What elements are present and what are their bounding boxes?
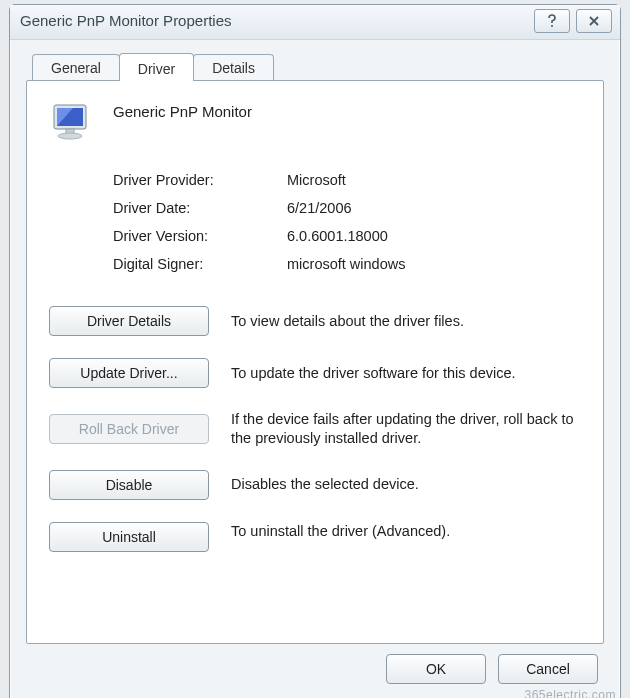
update-driver-button[interactable]: Update Driver... <box>49 358 209 388</box>
disable-desc: Disables the selected device. <box>231 475 581 494</box>
svg-point-5 <box>58 133 82 139</box>
titlebar-buttons <box>534 9 612 33</box>
driver-version-value: 6.0.6001.18000 <box>287 228 581 244</box>
roll-back-driver-button[interactable]: Roll Back Driver <box>49 414 209 444</box>
monitor-icon <box>49 99 95 148</box>
driver-details-button[interactable]: Driver Details <box>49 306 209 336</box>
driver-info-grid: Driver Provider: Microsoft Driver Date: … <box>113 172 581 272</box>
close-button[interactable] <box>576 9 612 33</box>
help-button[interactable] <box>534 9 570 33</box>
driver-date-label: Driver Date: <box>113 200 263 216</box>
driver-provider-label: Driver Provider: <box>113 172 263 188</box>
cancel-button[interactable]: Cancel <box>498 654 598 684</box>
digital-signer-label: Digital Signer: <box>113 256 263 272</box>
tab-driver[interactable]: Driver <box>119 53 194 81</box>
uninstall-button[interactable]: Uninstall <box>49 522 209 552</box>
svg-point-0 <box>551 25 553 27</box>
action-disable: Disable Disables the selected device. <box>49 470 581 500</box>
uninstall-desc: To uninstall the driver (Advanced). <box>231 522 581 541</box>
action-uninstall: Uninstall To uninstall the driver (Advan… <box>49 522 581 552</box>
tab-panel-driver: Generic PnP Monitor Driver Provider: Mic… <box>26 80 604 644</box>
disable-button[interactable]: Disable <box>49 470 209 500</box>
driver-version-label: Driver Version: <box>113 228 263 244</box>
driver-provider-value: Microsoft <box>287 172 581 188</box>
dialog-body: General Driver Details Generic PnP Monit… <box>10 40 620 698</box>
device-name: Generic PnP Monitor <box>113 99 252 120</box>
dialog-footer: OK Cancel <box>26 644 604 688</box>
tab-general[interactable]: General <box>32 54 120 80</box>
driver-date-value: 6/21/2006 <box>287 200 581 216</box>
action-driver-details: Driver Details To view details about the… <box>49 306 581 336</box>
roll-back-driver-desc: If the device fails after updating the d… <box>231 410 581 448</box>
tab-details[interactable]: Details <box>193 54 274 80</box>
device-header: Generic PnP Monitor <box>49 99 581 148</box>
action-update-driver: Update Driver... To update the driver so… <box>49 358 581 388</box>
ok-button[interactable]: OK <box>386 654 486 684</box>
tabstrip: General Driver Details <box>32 52 604 80</box>
digital-signer-value: microsoft windows <box>287 256 581 272</box>
action-roll-back-driver: Roll Back Driver If the device fails aft… <box>49 410 581 448</box>
window-title: Generic PnP Monitor Properties <box>20 12 232 29</box>
update-driver-desc: To update the driver software for this d… <box>231 364 581 383</box>
properties-dialog: Generic PnP Monitor Properties General D… <box>9 4 621 698</box>
driver-details-desc: To view details about the driver files. <box>231 312 581 331</box>
watermark-text: 365electric.com <box>524 688 616 698</box>
titlebar: Generic PnP Monitor Properties <box>10 5 620 40</box>
